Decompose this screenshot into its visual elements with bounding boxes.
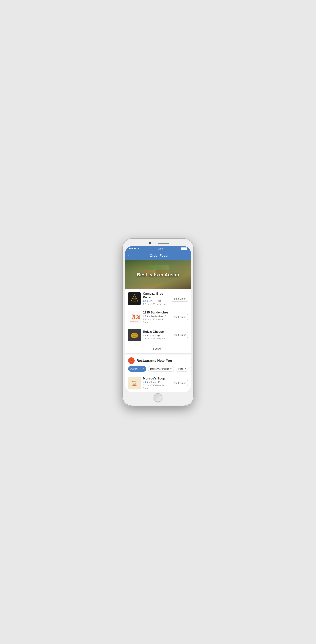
nearby-header: 📍 Restaurants Near You — [125, 354, 191, 366]
side-button-right2 — [194, 271, 194, 277]
restaurant-category: · Pizza · $$ — [149, 300, 161, 302]
signal-dot — [129, 248, 130, 249]
dropdown-arrow-icon: ▼ — [142, 368, 144, 370]
restaurant-name: 1135 Sandwiches — [143, 311, 169, 314]
restaurant-category: · Deli · $$$ — [149, 334, 160, 337]
start-order-button-1135[interactable]: Start Order — [172, 314, 188, 320]
phone-screen: ∿ 2:04 ▉▉▉▉ ‹ Order Food Best eats in Au… — [125, 246, 191, 392]
see-all-row[interactable]: See All › — [125, 344, 191, 354]
side-button-left — [122, 257, 122, 262]
location-pin-icon: 📍 — [130, 359, 133, 362]
restaurant-name: Monroe's Soup — [143, 377, 169, 380]
signal-area: ∿ — [129, 248, 139, 250]
svg-text:135: 135 — [133, 314, 140, 320]
dropdown-arrow-icon: ▼ — [170, 368, 172, 370]
restaurant-item: RUIZ'S CHEESE Ruiz's Cheese 4.7★ · Deli … — [125, 326, 191, 344]
nearby-section-title: Restaurants Near You — [136, 358, 172, 362]
back-button[interactable]: ‹ — [128, 254, 129, 258]
monroe-logo-svg: Monroe's soup — [129, 378, 140, 388]
restaurant-category: · Soup · $$ — [149, 381, 161, 384]
restaurant-logo-1135: 1 135 sandwiches — [128, 311, 141, 324]
ruiz-logo-svg: RUIZ'S CHEESE — [129, 330, 140, 340]
restaurant-address: 2.2 mi · 135 Kissick Street — [143, 318, 169, 324]
restaurant-item: CAMOZZI BRO'S PIZZA Camozzi Bros Pizza 4… — [125, 289, 191, 308]
filter-open[interactable]: ⏱ Ope — [190, 366, 191, 372]
signal-dot — [135, 248, 136, 249]
hero-text: Best eats in Austin — [137, 272, 179, 278]
restaurant-item-monroe: Monroe's soup Monroe's Soup 4.7★ · Soup … — [125, 374, 191, 392]
signal-dot — [132, 248, 133, 249]
restaurant-address: 0.8 mi · 416 Alley Ave — [143, 337, 169, 340]
rating-stars: 4.8★ — [143, 315, 148, 318]
svg-text:soup: soup — [133, 382, 136, 384]
filter-delivery-label: Delivery or Pickup — [150, 368, 169, 370]
see-all-chevron-icon: › — [162, 347, 163, 350]
filter-location-label: Austin, TX — [130, 368, 141, 370]
battery-icon: ▉▉▉▉ — [181, 248, 187, 250]
filter-row: Austin, TX ▼ Delivery or Pickup ▼ Price … — [125, 366, 191, 374]
restaurant-address: 0.4 mi · 7 Caledonia Street — [143, 384, 169, 390]
hero-banner: Best eats in Austin — [125, 260, 191, 289]
start-order-button-camozzi[interactable]: Start Order — [172, 296, 188, 302]
1135-logo-svg: 1 135 sandwiches — [129, 312, 140, 322]
status-time: 2:04 — [158, 247, 163, 250]
svg-point-9 — [132, 314, 134, 315]
svg-text:BRO'S: BRO'S — [133, 299, 136, 300]
restaurant-name: Camozzi Bros Pizza — [143, 292, 169, 299]
svg-text:Monroe's: Monroe's — [132, 380, 137, 382]
content-area: CAMOZZI BRO'S PIZZA Camozzi Bros Pizza 4… — [125, 289, 191, 392]
filter-delivery[interactable]: Delivery or Pickup ▼ — [148, 366, 174, 372]
rating-stars: 4.7★ — [143, 334, 148, 337]
svg-text:RUIZ'S: RUIZ'S — [132, 334, 137, 336]
restaurant-item: 1 135 sandwiches 1135 Sandwiches 4.8★ · … — [125, 308, 191, 326]
restaurant-logo-camozzi: CAMOZZI BRO'S PIZZA — [128, 292, 141, 305]
restaurant-rating: 4.7★ · Soup · $$ — [143, 381, 169, 384]
restaurant-logo-ruiz: RUIZ'S CHEESE — [128, 329, 141, 342]
start-order-button-monroe[interactable]: Start Order — [172, 380, 188, 386]
nav-title: Order Food — [129, 254, 188, 258]
filter-price-label: Price — [178, 368, 183, 370]
speaker-bar — [158, 243, 169, 244]
restaurant-info-ruiz: Ruiz's Cheese 4.7★ · Deli · $$$ 0.8 mi ·… — [143, 330, 169, 340]
phone-top — [125, 241, 191, 246]
restaurant-category: · Sandwiches · $ — [149, 315, 166, 318]
rating-stars: 4.6★ — [143, 300, 148, 302]
camozzi-logo-svg: CAMOZZI BRO'S PIZZA — [129, 293, 140, 304]
restaurant-rating: 4.7★ · Deli · $$$ — [143, 334, 169, 337]
svg-text:CAMOZZI: CAMOZZI — [132, 298, 137, 299]
svg-text:PIZZA: PIZZA — [133, 300, 136, 302]
dropdown-arrow-icon: ▼ — [184, 368, 186, 370]
restaurant-info-camozzi: Camozzi Bros Pizza 4.6★ · Pizza · $$ 1.5… — [143, 292, 169, 306]
rating-stars: 4.7★ — [143, 381, 148, 384]
see-all-label: See All — [153, 347, 161, 350]
filter-price[interactable]: Price ▼ — [176, 366, 188, 372]
home-button[interactable] — [154, 393, 162, 402]
signal-dot — [130, 248, 132, 249]
restaurant-name: Ruiz's Cheese — [143, 330, 169, 334]
wifi-icon: ∿ — [138, 248, 139, 250]
front-camera-icon — [149, 242, 151, 244]
restaurant-rating: 4.6★ · Pizza · $$ — [143, 300, 169, 302]
nav-bar: ‹ Order Food — [125, 251, 191, 260]
phone-frame: ∿ 2:04 ▉▉▉▉ ‹ Order Food Best eats in Au… — [123, 238, 193, 406]
side-button-right — [194, 260, 194, 270]
status-bar: ∿ 2:04 ▉▉▉▉ — [125, 246, 191, 251]
restaurant-address: 1.5 mi · 100 Lazy Lane — [143, 303, 169, 306]
restaurant-info-monroe: Monroe's Soup 4.7★ · Soup · $$ 0.4 mi · … — [143, 377, 169, 390]
restaurant-info-1135: 1135 Sandwiches 4.8★ · Sandwiches · $ 2.… — [143, 311, 169, 324]
start-order-button-ruiz[interactable]: Start Order — [172, 332, 188, 338]
location-icon-circle: 📍 — [128, 357, 135, 364]
svg-text:sandwiches: sandwiches — [130, 320, 138, 322]
restaurant-rating: 4.8★ · Sandwiches · $ — [143, 315, 169, 318]
filter-location[interactable]: Austin, TX ▼ — [128, 366, 146, 372]
signal-dot — [134, 248, 135, 249]
svg-text:CHEESE: CHEESE — [132, 336, 137, 337]
phone-bottom — [125, 392, 191, 403]
restaurant-logo-monroe: Monroe's soup — [128, 377, 141, 390]
